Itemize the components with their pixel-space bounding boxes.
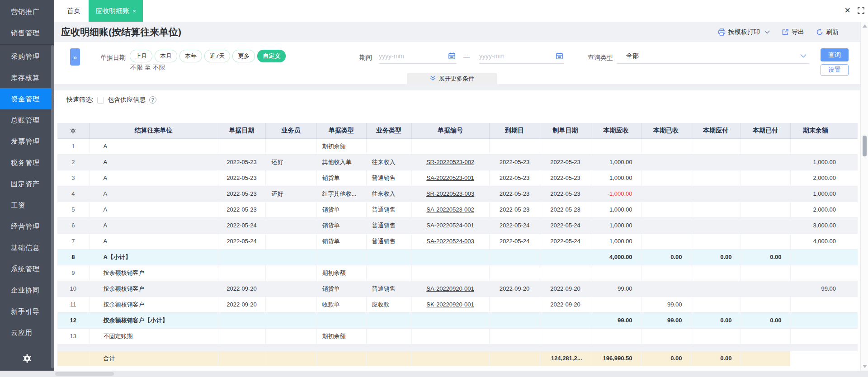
cell-date: 2022-09-20 (218, 297, 265, 312)
column-header-7[interactable]: 制单日期 (540, 123, 591, 138)
table-row[interactable]: 9按余额核销客户期初余额 (57, 265, 858, 281)
table-row[interactable]: 4A2022-05-23还好红字其他收...往来收入SR-20220523-00… (57, 186, 858, 202)
date-pill-custom[interactable]: 自定义 (257, 50, 286, 62)
settings-button[interactable]: 设置 (821, 64, 849, 76)
table-row[interactable]: 5A2022-05-23销货单普通销售SA-20220523-0022022-0… (57, 202, 858, 217)
column-header-11[interactable]: 本期已付 (741, 123, 790, 138)
doc-number-link[interactable]: SA-20220524-001 (426, 222, 474, 229)
column-header-10[interactable]: 本期应付 (691, 123, 741, 138)
column-header-0[interactable]: 结算往来单位 (89, 123, 218, 138)
date-pill-0[interactable]: 上月 (130, 50, 152, 62)
sidebar-item-2[interactable]: 采购管理 (0, 46, 54, 67)
sidebar-item-15[interactable]: 云应用 (0, 322, 54, 343)
column-header-4[interactable]: 业务类型 (366, 123, 411, 138)
include-supplier-label[interactable]: 包含供应信息 (108, 96, 146, 104)
date-pill-2[interactable]: 本年 (179, 50, 202, 62)
sidebar-item-12[interactable]: 系统管理 (0, 258, 54, 279)
cell-doc_no: SA-20220524-003 (411, 233, 489, 249)
window-close-icon[interactable]: × (844, 4, 850, 17)
column-settings-header[interactable] (57, 123, 89, 138)
sidebar-item-7[interactable]: 税务管理 (0, 152, 54, 173)
subtotal-row[interactable]: 12按余额核销客户【小计】99.0099.000.000.00 (57, 312, 858, 328)
include-supplier-checkbox[interactable] (97, 97, 104, 104)
table-row[interactable]: 13不固定账期期初余额 (57, 328, 858, 344)
table-row[interactable]: 7A2022-05-24销货单普通销售SA-20220524-0032022-0… (57, 233, 858, 249)
cell-received (641, 202, 691, 217)
gear-icon[interactable] (70, 127, 76, 134)
table-row[interactable]: 1A期初余额 (57, 138, 858, 154)
tab-close-icon[interactable]: × (132, 8, 136, 14)
doc-number-link[interactable]: SA-20220524-003 (426, 238, 474, 245)
header-toolbar: 按模板打印 导出 (718, 28, 868, 36)
sidebar-item-4[interactable]: 资金管理 (0, 88, 54, 109)
doc-number-link[interactable]: SK-20220920-001 (426, 301, 474, 308)
refresh-button[interactable]: 刷新 (816, 28, 839, 36)
doc-number-link[interactable]: SR-20220523-002 (426, 159, 474, 165)
column-header-1[interactable]: 单据日期 (218, 123, 265, 138)
vertical-scrollbar[interactable] (860, 22, 868, 371)
collapse-filter-button[interactable]: » (70, 48, 80, 66)
column-header-5[interactable]: 单据编号 (411, 123, 489, 138)
tab-home[interactable]: 首页 (61, 0, 87, 22)
table-row[interactable]: 6A2022-05-24销货单普通销售SA-20220524-0012022-0… (57, 217, 858, 233)
sidebar-item-9[interactable]: 工资 (0, 194, 54, 216)
column-header-2[interactable]: 业务员 (265, 123, 316, 138)
settings-gear-icon[interactable] (22, 353, 32, 365)
calendar-icon[interactable] (556, 52, 563, 61)
export-button[interactable]: 导出 (782, 28, 804, 36)
cell-salesman: 还好 (265, 154, 316, 170)
sidebar-scrollbar-thumb[interactable] (51, 45, 54, 368)
sidebar-item-11[interactable]: 基础信息 (0, 237, 54, 258)
cell-doc_type: 红字其他收... (316, 186, 366, 202)
subtotal-row[interactable]: 8A【小计】4,000.000.000.000.00 (57, 249, 858, 265)
vertical-scrollbar-thumb[interactable] (863, 136, 867, 156)
doc-number-link[interactable]: SR-20220523-003 (426, 190, 474, 197)
cell-received: 99.00 (641, 312, 691, 328)
date-pill-3[interactable]: 近7天 (204, 50, 230, 62)
scroll-down-arrow-icon[interactable] (863, 365, 867, 368)
cell-empty (57, 351, 89, 366)
column-header-3[interactable]: 单据类型 (316, 123, 366, 138)
cell-doc_no: SR-20220523-002 (411, 154, 489, 170)
sidebar-item-3[interactable]: 库存核算 (0, 67, 54, 88)
sidebar-item-1[interactable]: 销售管理 (0, 22, 54, 43)
cell-doc_type: 销货单 (316, 170, 366, 186)
doc-number-link[interactable]: SA-20220523-001 (426, 174, 474, 181)
query-type-select[interactable]: 全部 (617, 48, 809, 64)
sidebar-item-5[interactable]: 总账管理 (0, 109, 54, 131)
column-header-9[interactable]: 本期已收 (641, 123, 691, 138)
column-header-6[interactable]: 到期日 (489, 123, 540, 138)
chevron-down-icon[interactable] (764, 30, 770, 34)
sidebar-item-10[interactable]: 经营管理 (0, 216, 54, 237)
sidebar-item-14[interactable]: 新手引导 (0, 301, 54, 322)
search-button[interactable]: 查询 (821, 48, 849, 61)
date-pill-1[interactable]: 本月 (155, 50, 177, 62)
table-row[interactable]: 2A2022-05-23还好其他收入单往来收入SR-20220523-00220… (57, 154, 858, 170)
column-header-8[interactable]: 本期应收 (591, 123, 641, 138)
cell-create_date (540, 265, 591, 281)
help-icon[interactable]: ? (149, 96, 156, 104)
date-pill-4[interactable]: 更多 (232, 50, 255, 62)
table-row[interactable]: 10按余额核销客户2022-09-20销货单普通销售SA-20220920-00… (57, 281, 858, 297)
period-start-input[interactable] (379, 52, 457, 60)
table-row[interactable]: 3A2022-05-23销货单普通销售SA-20220523-0012022-0… (57, 170, 858, 186)
horizontal-scrollbar-thumb[interactable] (55, 372, 114, 376)
column-header-12[interactable]: 期末余额 (790, 123, 858, 138)
calendar-icon[interactable] (448, 52, 456, 61)
sidebar-item-0[interactable]: 营销推广 (0, 1, 54, 22)
sidebar-item-13[interactable]: 企业协同 (0, 279, 54, 301)
horizontal-scrollbar[interactable] (0, 371, 868, 377)
cell-create_date: 2022-05-23 (540, 186, 591, 202)
print-by-template-button[interactable]: 按模板打印 (718, 28, 770, 36)
doc-number-link[interactable]: SA-20220920-001 (426, 285, 474, 292)
doc-number-link[interactable]: SA-20220523-002 (426, 206, 474, 213)
cell-doc_type: 销货单 (316, 281, 366, 297)
sidebar-item-6[interactable]: 发票管理 (0, 131, 54, 152)
scroll-up-arrow-icon[interactable] (863, 24, 867, 28)
tab-receivable-detail[interactable]: 应收明细账 × (89, 0, 143, 22)
expand-more-button[interactable]: 展开更多条件 (407, 73, 497, 84)
table-row[interactable]: 11按余额核销客户2022-09-20收款单应收款SK-20220920-001… (57, 297, 858, 312)
period-end-input[interactable] (479, 52, 564, 60)
fullscreen-icon[interactable] (858, 7, 864, 14)
sidebar-item-8[interactable]: 固定资产 (0, 173, 54, 194)
